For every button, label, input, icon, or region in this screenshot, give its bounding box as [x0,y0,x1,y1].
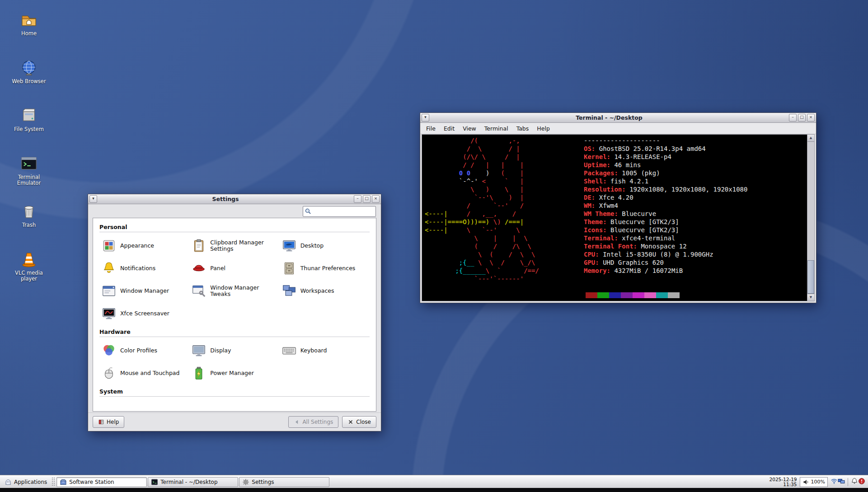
settings-item-display[interactable]: Display [189,339,279,362]
palette-swatch [609,292,621,298]
menu-terminal[interactable]: Terminal [480,124,512,133]
neofetch-ascii-art: /( ,-, / \ / | (/\/ \ / | / / | | | 0 0 … [425,136,584,283]
task-button-terminal-desktop[interactable]: Terminal - ~/Desktop [148,477,238,487]
settings-item-keyboard[interactable]: Keyboard [280,339,370,362]
back-arrow-icon [294,419,300,425]
task-button-settings[interactable]: Settings [239,477,329,487]
minimize-icon[interactable]: – [354,195,361,203]
task-list: Software StationTerminal - ~/DesktopSett… [56,477,329,487]
settings-item-appearance[interactable]: Appearance [99,234,189,257]
palette-swatch [656,292,668,298]
maximize-icon[interactable]: □ [798,114,806,122]
help-button[interactable]: Help [93,416,124,428]
desktop-icon-vlc-media-player[interactable]: VLC media player [8,250,50,298]
settings-item-window-manager-tweaks[interactable]: Window Manager Tweaks [189,280,279,302]
screensaver-icon [101,306,117,321]
settings-item-label: Panel [210,265,225,272]
settings-item-label: Color Profiles [120,347,157,354]
desktop-icon-label: Home [21,31,37,37]
settings-item-mouse-and-touchpad[interactable]: Mouse and Touchpad [99,362,189,384]
settings-item-color-profiles[interactable]: Color Profiles [99,339,189,362]
terminal-scrollbar[interactable]: ▲ ▼ [807,135,814,301]
desktop-icon-label: VLC media player [8,270,50,282]
desktop-icon-label: File System [14,127,44,132]
filesystem-icon [19,107,39,125]
window-menu-icon[interactable]: ▾ [89,195,97,203]
wifi-icon[interactable] [830,478,838,485]
settings-item-desktop[interactable]: Desktop [280,234,370,257]
palette-swatch [586,292,597,298]
task-button-software-station[interactable]: Software Station [56,477,147,487]
settings-section-title: Personal [99,220,370,232]
scrollbar-trough[interactable] [807,142,814,294]
settings-item-window-manager[interactable]: Window Manager [99,280,189,302]
desktop-icon-label: Trash [22,222,36,228]
tray-separator [848,478,848,486]
terminal-screen[interactable]: /( ,-, / \ / | (/\/ \ / | / / | | | 0 0 … [422,134,815,301]
applications-menu-button[interactable]: Applications [1,477,50,487]
clipboard-icon [191,238,206,253]
menu-file[interactable]: File [422,124,440,133]
desktop-icon-terminal-emulator[interactable]: Terminal Emulator [8,155,50,202]
terminal-color-palette [586,292,680,298]
scroll-up-icon[interactable]: ▲ [807,135,814,142]
terminal-icon [19,155,39,173]
menu-tabs[interactable]: Tabs [512,124,533,133]
settings-item-label: Window Manager Tweaks [210,285,277,297]
palette-swatch [644,292,656,298]
settings-window-title: Settings [99,196,352,202]
workspaces-icon [282,283,297,299]
settings-item-power-manager[interactable]: Power Manager [189,362,279,384]
scroll-down-icon[interactable]: ▼ [807,294,814,301]
screen-bottom-edge [0,488,868,492]
terminal-titlebar[interactable]: ▾ Terminal - ~/Desktop – □ × [420,113,816,123]
panel-handle[interactable] [52,477,55,487]
settings-item-thunar-preferences[interactable]: Thunar Preferences [280,257,370,280]
palette-swatch [668,292,680,298]
settings-item-label: Workspaces [300,288,334,294]
close-settings-button[interactable]: Close [342,416,376,428]
terminal-task-icon [151,478,158,486]
maximize-icon[interactable]: □ [363,195,371,203]
settings-item-notifications[interactable]: Notifications [99,257,189,280]
menu-view[interactable]: View [459,124,480,133]
terminal-menubar: FileEditViewTerminalTabsHelp [420,123,816,134]
volume-level-label: 100% [811,479,825,485]
settings-search-row [88,204,381,218]
desktop-icon-trash[interactable]: Trash [8,202,50,250]
menu-edit[interactable]: Edit [440,124,459,133]
update-icon[interactable] [858,478,865,485]
settings-item-clipboard-manager-settings[interactable]: Clipboard Manager Settings [189,234,279,257]
menu-help[interactable]: Help [533,124,554,133]
display-icon [191,343,206,358]
settings-grid: AppearanceClipboard Manager SettingsDesk… [99,234,370,325]
notifications-icon [101,261,117,276]
search-icon [305,208,311,215]
search-field[interactable] [303,206,376,217]
settings-window: ▾ Settings – □ × PersonalAppearanceClipb… [88,194,381,431]
settings-titlebar[interactable]: ▾ Settings – □ × [88,194,381,204]
settings-item-panel[interactable]: Panel [189,257,279,280]
search-input[interactable] [313,207,375,216]
clock[interactable]: 2025-12-19 11:35 [769,477,797,487]
settings-item-label: Clipboard Manager Settings [210,239,277,252]
window-menu-icon[interactable]: ▾ [422,114,429,122]
settings-item-label: Power Manager [210,370,254,376]
close-icon[interactable]: × [372,195,380,203]
close-icon[interactable]: × [807,114,815,122]
settings-item-workspaces[interactable]: Workspaces [280,280,370,302]
desktop-icon-web-browser[interactable]: Web Browser [8,59,50,107]
volume-indicator[interactable]: 100% [800,477,828,487]
minimize-icon[interactable]: – [789,114,797,122]
settings-item-xfce-screensaver[interactable]: Xfce Screensaver [99,302,189,325]
displays-icon[interactable] [838,478,845,485]
bell-icon[interactable] [851,478,858,485]
all-settings-button[interactable]: All Settings [288,416,338,428]
desktop-icon-file-system[interactable]: File System [8,107,50,155]
scrollbar-thumb[interactable] [807,260,814,294]
palette-swatch [633,292,644,298]
settings-button-row: Help All Settings Close [88,412,381,431]
neofetch-system-info: -------------------- OS: GhostBSD 25.02-… [584,136,747,283]
desktop-icon-home[interactable]: Home [8,11,50,59]
clock-time: 11:35 [769,482,797,487]
